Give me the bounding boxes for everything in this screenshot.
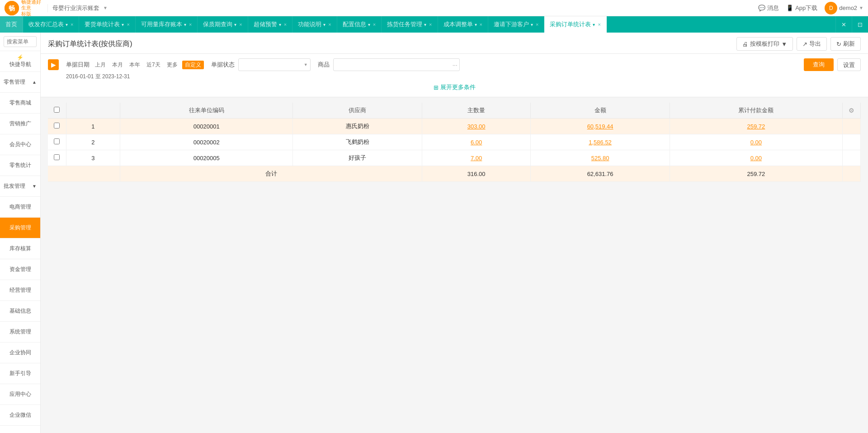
status-filter-group: 单据状态 — [211, 58, 311, 71]
tab-close[interactable]: × — [480, 22, 482, 27]
row-amount-link[interactable]: 525.80 — [591, 155, 609, 162]
shortcut-this-year[interactable]: 本年 — [127, 61, 142, 69]
sidebar-item-inventory[interactable]: 库存核算 — [0, 238, 40, 259]
maximize-button[interactable]: ⊡ — [852, 16, 868, 33]
app-download-button[interactable]: 📱 App下载 — [786, 4, 817, 12]
expand-more-button[interactable]: ⊞ 展开更多条件 — [434, 83, 476, 91]
th-supplier: 供应商 — [293, 103, 422, 119]
sidebar-item-member[interactable]: 会员中心 — [0, 134, 40, 155]
row-supplier-cell: 好孩子 — [293, 150, 422, 166]
tab-arrow: ▾ — [323, 22, 326, 27]
user-menu[interactable]: D demo2 ▼ — [825, 2, 863, 14]
goods-input[interactable] — [333, 58, 460, 71]
shortcut-last-month[interactable]: 上月 — [93, 61, 108, 69]
top-right-area: 💬 消息 📱 App下载 D demo2 ▼ — [758, 2, 863, 14]
row-checkbox[interactable] — [54, 123, 60, 128]
print-button[interactable]: 🖨 按模板打印 ▼ — [736, 37, 793, 51]
tab-purchase-summary[interactable]: 采购订单统计表 ▾ × — [544, 16, 606, 33]
sidebar-item-ecommerce[interactable]: 电商管理 — [0, 197, 40, 218]
tab-overstock-warning[interactable]: 超储预警 ▾ × — [248, 16, 292, 33]
shortcut-more[interactable]: 更多 — [165, 61, 179, 69]
tab-function-desc[interactable]: 功能说明 ▾ × — [292, 16, 337, 33]
custom-date-tag[interactable]: 自定义 — [182, 61, 204, 69]
tab-invite-downstream[interactable]: 邀请下游客户 ▾ × — [488, 16, 544, 33]
column-settings-icon[interactable]: ⚙ — [849, 107, 854, 114]
wholesale-arrow-icon: ▼ — [32, 184, 37, 189]
sidebar-item-finance[interactable]: 资金管理 — [0, 259, 40, 280]
tab-close[interactable]: × — [328, 22, 331, 27]
sidebar-item-retail[interactable]: 零售管理 ▲ — [0, 72, 40, 93]
row-amount-link[interactable]: 60,519.44 — [587, 123, 613, 130]
sidebar-item-retail-stat[interactable]: 零售统计 — [0, 155, 40, 176]
goods-more-icon[interactable]: ··· — [453, 62, 458, 68]
row-paid-link[interactable]: 0.00 — [750, 139, 762, 146]
shortcut-7days[interactable]: 近7天 — [145, 61, 162, 69]
tab-arrow: ▾ — [368, 22, 370, 27]
date-from-label: 2016-01-01 至 2023-12-31 — [66, 73, 130, 80]
sidebar-item-member-card[interactable]: 畅会员 — [0, 426, 40, 433]
export-button[interactable]: ↗ 导出 — [797, 37, 827, 51]
tab-config-info[interactable]: 配置信息 ▾ × — [337, 16, 382, 33]
filter-area: ▶ 单据日期 上月 本月 本年 近7天 更多 自定义 单据状态 — [41, 54, 868, 97]
sidebar-search-area — [0, 33, 40, 51]
query-button[interactable]: 查询 — [804, 58, 834, 71]
status-select-wrapper — [238, 58, 311, 71]
row-paid-link[interactable]: 0.00 — [750, 155, 762, 162]
row-quantity-link[interactable]: 303.00 — [467, 123, 486, 130]
tab-pick-task[interactable]: 拣货任务管理 ▾ × — [382, 16, 438, 33]
tab-available-inventory[interactable]: 可用量库存账本 ▾ × — [136, 16, 198, 33]
sidebar-item-enterprise[interactable]: 企业协同 — [0, 343, 40, 363]
row-paid-cell: 259.72 — [670, 119, 842, 134]
sidebar-item-new-guide[interactable]: 新手引导 — [0, 363, 40, 384]
sidebar-item-operations[interactable]: 经营管理 — [0, 280, 40, 301]
date-filter-group: 单据日期 上月 本月 本年 近7天 更多 自定义 — [66, 61, 204, 69]
tab-cost-adjust[interactable]: 成本调整单 ▾ × — [438, 16, 488, 33]
tab-close[interactable]: × — [189, 22, 192, 27]
row-checkbox[interactable] — [54, 154, 60, 160]
row-paid-link[interactable]: 259.72 — [747, 123, 765, 130]
row-checkbox-cell — [48, 134, 66, 150]
th-settings-col[interactable]: ⚙ — [843, 103, 861, 119]
tab-close[interactable]: × — [429, 22, 432, 27]
retail-arrow-icon: ▲ — [32, 80, 37, 85]
settings-button[interactable]: 设置 — [837, 58, 861, 71]
refresh-button[interactable]: ↻ 刷新 — [830, 37, 861, 51]
print-icon: 🖨 — [742, 41, 748, 48]
tab-close[interactable]: × — [284, 22, 287, 27]
tab-validity-query[interactable]: 保质期查询 ▾ × — [198, 16, 248, 33]
close-tab-button[interactable]: ✕ — [835, 16, 852, 33]
sidebar-item-basic-info[interactable]: 基础信息 — [0, 301, 40, 322]
sidebar-item-app-center[interactable]: 应用中心 — [0, 384, 40, 405]
workspace-selector[interactable]: 母婴行业演示账套 ▼ — [47, 4, 114, 12]
sidebar-item-wholesale[interactable]: 批发管理 ▼ — [0, 176, 40, 197]
tab-close[interactable]: × — [598, 22, 600, 27]
filter-collapse-button[interactable]: ▶ — [48, 59, 59, 70]
sidebar: ⚡ 快捷导航 零售管理 ▲ 零售商城 营销推广 会员中心 零售统计 批发管理 ▼ — [0, 33, 41, 433]
shortcut-this-month[interactable]: 本月 — [110, 61, 125, 69]
tab-home[interactable]: 首页 — [0, 16, 23, 33]
sidebar-item-purchase[interactable]: 采购管理 — [0, 218, 40, 238]
sidebar-item-enterprise-wechat[interactable]: 企业微信 — [0, 405, 40, 426]
messages-button[interactable]: 💬 消息 — [758, 4, 779, 12]
status-select[interactable] — [238, 58, 311, 71]
row-quantity-link[interactable]: 6.00 — [471, 139, 482, 146]
sidebar-item-quick-nav[interactable]: ⚡ 快捷导航 — [0, 51, 40, 72]
row-amount-link[interactable]: 1,586.52 — [589, 139, 612, 146]
sidebar-item-marketing[interactable]: 营销推广 — [0, 114, 40, 134]
sidebar-item-system[interactable]: 系统管理 — [0, 322, 40, 343]
summary-amount-cell: 62,631.76 — [531, 166, 670, 182]
row-checkbox[interactable] — [54, 138, 60, 144]
tab-close[interactable]: × — [71, 22, 73, 27]
search-input[interactable] — [4, 36, 37, 47]
tab-close[interactable]: × — [127, 22, 129, 27]
row-quantity-link[interactable]: 7.00 — [471, 155, 482, 162]
tab-close[interactable]: × — [239, 22, 242, 27]
select-all-checkbox[interactable] — [54, 107, 60, 113]
table-header-row: 往来单位编码 供应商 主数量 金额 累计付款金额 ⚙ — [48, 103, 861, 119]
tab-close[interactable]: × — [536, 22, 538, 27]
sidebar-item-retail-mall[interactable]: 零售商城 — [0, 93, 40, 114]
tab-arrow: ▾ — [593, 22, 595, 27]
tab-close[interactable]: × — [373, 22, 376, 27]
tab-income-summary[interactable]: 收发存汇总表 ▾ × — [23, 16, 79, 33]
tab-requisition-summary[interactable]: 要货单统计表 ▾ × — [79, 16, 135, 33]
